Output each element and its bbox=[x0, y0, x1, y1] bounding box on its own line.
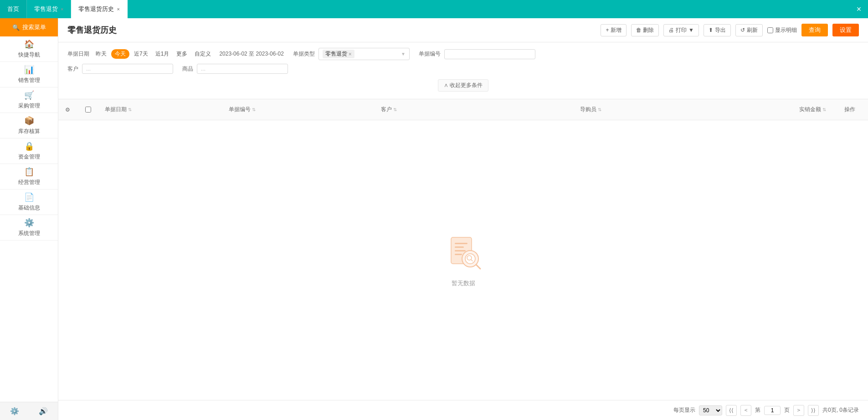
inventory-icon: 📦 bbox=[24, 116, 34, 126]
date-filter-label: 单据日期 bbox=[67, 50, 89, 58]
refresh-button[interactable]: ↺ 刷新 bbox=[735, 24, 763, 36]
bill-no-label: 单据编号 bbox=[419, 50, 441, 58]
sort-date-icon: ⇅ bbox=[128, 107, 132, 112]
query-button[interactable]: 查询 bbox=[801, 24, 828, 36]
tab-bar: 首页 零售退货 × 零售退货历史 × bbox=[0, 0, 850, 18]
collapse-row: ∧ 收起更多条件 bbox=[67, 77, 859, 93]
sidebar-item-system-label: 系统管理 bbox=[18, 230, 40, 237]
bill-type-filter-item: 单据类型 零售退货 × ▼ bbox=[293, 48, 410, 60]
date-btn-today[interactable]: 今天 bbox=[111, 49, 129, 59]
per-page-select[interactable]: 50 10 20 100 bbox=[699, 405, 722, 415]
sidebar-item-purchase[interactable]: 🛒 采购管理 bbox=[0, 87, 58, 113]
th-bill-no[interactable]: 单据编号 ⇅ bbox=[223, 103, 375, 116]
date-btn-7days[interactable]: 近7天 bbox=[131, 49, 151, 59]
sidebar-item-purchase-label: 采购管理 bbox=[18, 102, 40, 110]
date-btn-custom[interactable]: 自定义 bbox=[192, 49, 214, 59]
print-chevron-icon: ▼ bbox=[688, 27, 694, 33]
page-number-input[interactable] bbox=[764, 406, 781, 415]
settings-gear-icon[interactable]: ⚙️ bbox=[10, 407, 19, 415]
last-page-button[interactable]: ⟩⟩ bbox=[808, 405, 819, 416]
prev-page-button[interactable]: ＜ bbox=[740, 405, 751, 416]
sales-icon: 📊 bbox=[24, 65, 34, 75]
sidebar-item-operations[interactable]: 📋 经营管理 bbox=[0, 164, 58, 190]
th-guide-label: 导购员 bbox=[580, 106, 596, 113]
home-icon: 🏠 bbox=[24, 39, 34, 49]
bill-no-input[interactable] bbox=[444, 49, 535, 59]
page-title: 零售退货历史 bbox=[67, 25, 117, 36]
empty-text: 暂无数据 bbox=[452, 279, 475, 287]
sidebar-item-finance-label: 资金管理 bbox=[18, 153, 40, 161]
page-unit-label: 页 bbox=[784, 406, 790, 414]
sidebar-item-basic-info-label: 基础信息 bbox=[18, 204, 40, 212]
customer-input[interactable] bbox=[82, 64, 173, 74]
export-button[interactable]: ⬆ 导出 bbox=[704, 24, 731, 36]
th-amount[interactable]: 实销金额 ⇅ bbox=[726, 103, 832, 116]
customer-label: 客户 bbox=[67, 65, 78, 73]
sidebar-item-system[interactable]: ⚙️ 系统管理 bbox=[0, 215, 58, 241]
delete-button[interactable]: 🗑 删除 bbox=[631, 24, 659, 36]
date-btn-yesterday[interactable]: 昨天 bbox=[93, 49, 109, 59]
show-detail-checkbox[interactable] bbox=[767, 27, 773, 33]
top-bar: 首页 零售退货 × 零售退货历史 × × bbox=[0, 0, 868, 18]
sidebar-item-finance[interactable]: 🔒 资金管理 bbox=[0, 138, 58, 164]
date-btn-1month[interactable]: 近1月 bbox=[153, 49, 172, 59]
export-icon: ⬆ bbox=[709, 27, 713, 33]
sort-customer-icon: ⇅ bbox=[393, 107, 397, 112]
filter-row-2: 客户 商品 bbox=[67, 64, 859, 74]
add-button[interactable]: + 新增 bbox=[601, 24, 626, 36]
collapse-button[interactable]: ∧ 收起更多条件 bbox=[438, 79, 488, 92]
filter-area: 单据日期 昨天 今天 近7天 近1月 更多 自定义 2023-06-02 至 2… bbox=[58, 42, 868, 99]
th-settings[interactable]: ⚙ bbox=[58, 104, 77, 116]
sidebar-item-inventory[interactable]: 📦 库存核算 bbox=[0, 113, 58, 138]
window-close-button[interactable]: × bbox=[850, 5, 868, 14]
goods-input[interactable] bbox=[197, 64, 288, 74]
operations-icon: 📋 bbox=[24, 167, 34, 177]
svg-line-7 bbox=[476, 265, 480, 269]
tab-retail-return-history-close[interactable]: × bbox=[117, 6, 119, 12]
setting-button[interactable]: 设置 bbox=[832, 24, 859, 36]
purchase-icon: 🛒 bbox=[24, 90, 34, 100]
column-settings-icon[interactable]: ⚙ bbox=[65, 107, 70, 113]
select-all-checkbox[interactable] bbox=[85, 107, 91, 113]
th-date[interactable]: 单据日期 ⇅ bbox=[99, 103, 223, 116]
print-icon: 🖨 bbox=[668, 27, 674, 33]
th-amount-label: 实销金额 bbox=[799, 106, 821, 113]
sidebar-item-quicknav[interactable]: 🏠 快捷导航 bbox=[0, 36, 58, 62]
print-button[interactable]: 🖨 打印 ▼ bbox=[663, 24, 699, 36]
tab-home-label: 首页 bbox=[7, 5, 19, 13]
sort-amount-icon: ⇅ bbox=[822, 107, 826, 112]
th-customer[interactable]: 客户 ⇅ bbox=[375, 103, 575, 116]
sidebar-search[interactable]: 🔍 搜索菜单 bbox=[0, 18, 58, 36]
tab-retail-return[interactable]: 零售退货 × bbox=[27, 0, 71, 18]
date-filter-item: 单据日期 昨天 今天 近7天 近1月 更多 自定义 2023-06-02 至 2… bbox=[67, 49, 284, 59]
tab-retail-return-history[interactable]: 零售退货历史 × bbox=[71, 0, 127, 18]
header-actions: + 新增 🗑 删除 🖨 打印 ▼ ⬆ 导出 ↺ 刷新 显示明细 bbox=[601, 24, 859, 36]
bill-type-select[interactable]: 零售退货 × ▼ bbox=[318, 48, 410, 60]
sidebar-search-label: 搜索菜单 bbox=[22, 23, 46, 31]
th-op-label: 操作 bbox=[844, 106, 855, 113]
system-icon: ⚙️ bbox=[24, 218, 34, 228]
bill-type-tag-remove[interactable]: × bbox=[349, 51, 352, 57]
page-text: 第 bbox=[755, 406, 760, 414]
sidebar-item-inventory-label: 库存核算 bbox=[18, 128, 40, 135]
pagination: 每页显示 50 10 20 100 ⟨⟨ ＜ 第 页 ＞ ⟩⟩ 共0页, 0条记… bbox=[58, 400, 868, 420]
sidebar-item-operations-label: 经营管理 bbox=[18, 179, 40, 186]
first-page-button[interactable]: ⟨⟨ bbox=[726, 405, 737, 416]
next-page-button[interactable]: ＞ bbox=[793, 405, 804, 416]
bill-type-label: 单据类型 bbox=[293, 50, 315, 58]
sidebar-item-sales[interactable]: 📊 销售管理 bbox=[0, 62, 58, 87]
volume-icon[interactable]: 🔊 bbox=[39, 407, 48, 415]
date-btn-more[interactable]: 更多 bbox=[174, 49, 190, 59]
th-guide[interactable]: 导购员 ⇅ bbox=[575, 103, 727, 116]
tab-home[interactable]: 首页 bbox=[0, 0, 27, 18]
svg-rect-1 bbox=[455, 243, 467, 244]
empty-illustration bbox=[443, 233, 484, 274]
customer-filter-item: 客户 bbox=[67, 64, 173, 74]
sidebar-item-basic-info[interactable]: 📄 基础信息 bbox=[0, 190, 58, 215]
sidebar: 🔍 搜索菜单 🏠 快捷导航 📊 销售管理 🛒 采购管理 📦 库存核算 🔒 资金管… bbox=[0, 18, 58, 420]
tab-retail-return-close[interactable]: × bbox=[61, 6, 63, 12]
sort-guide-icon: ⇅ bbox=[598, 107, 601, 112]
tab-retail-return-label: 零售退货 bbox=[34, 5, 58, 13]
date-range-display: 2023-06-02 至 2023-06-02 bbox=[219, 50, 283, 58]
filter-row-1: 单据日期 昨天 今天 近7天 近1月 更多 自定义 2023-06-02 至 2… bbox=[67, 48, 859, 60]
